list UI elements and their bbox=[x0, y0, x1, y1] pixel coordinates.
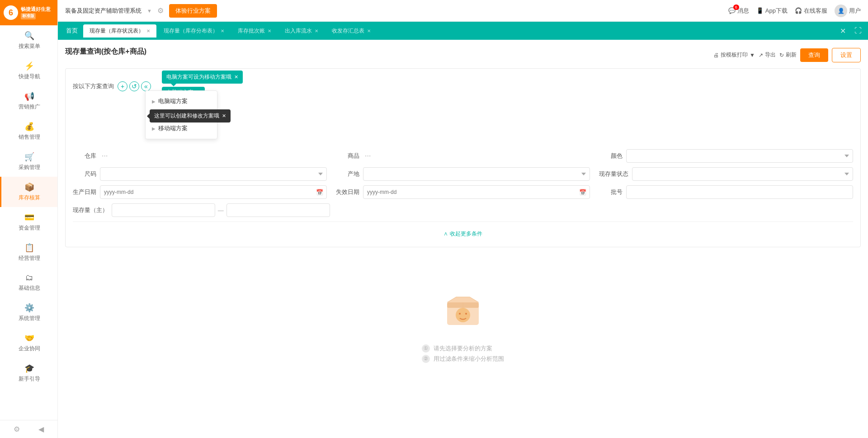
filter-row-3: 生产日期 📅 失效日期 📅 批号 bbox=[73, 185, 853, 199]
avatar: 👤 bbox=[835, 5, 847, 17]
sidebar-item-operation[interactable]: 📋 经营管理 bbox=[0, 237, 57, 268]
tab-close-inventory-distribution[interactable]: ✕ bbox=[221, 28, 224, 33]
refresh-scheme-button[interactable]: ↺ bbox=[129, 81, 139, 91]
scheme-edit-tooltip-close[interactable]: ✕ bbox=[222, 113, 226, 119]
expire-date-input[interactable] bbox=[363, 185, 590, 199]
sidebar-item-inventory[interactable]: 📦 库存核算 bbox=[0, 177, 57, 207]
industry-button[interactable]: 体验行业方案 bbox=[169, 4, 217, 18]
tab-close-all-icon[interactable]: ✕ bbox=[836, 24, 849, 37]
tab-inventory-status[interactable]: 现存量（库存状况表） ✕ bbox=[83, 24, 156, 38]
expire-date-label: 失效日期 bbox=[336, 188, 359, 196]
filter-field-color: 颜色 bbox=[599, 149, 853, 163]
back-scheme-button[interactable]: « bbox=[141, 81, 151, 91]
goods-label: 商品 bbox=[336, 152, 359, 160]
collapse-sidebar-icon[interactable]: ◀ bbox=[38, 425, 44, 433]
refresh-button[interactable]: ↻ 刷新 bbox=[779, 51, 797, 59]
sidebar-item-sales[interactable]: 💰 销售管理 bbox=[0, 116, 57, 146]
tree-arrow-pc: ▶ bbox=[152, 99, 156, 104]
tab-bar-right: ✕ ⛶ bbox=[836, 24, 864, 37]
prod-date-input[interactable] bbox=[100, 185, 327, 199]
filter-divider bbox=[73, 221, 853, 222]
tab-summary[interactable]: 收发存汇总表 ✕ bbox=[326, 24, 377, 38]
filter-field-goods: 商品 ··· bbox=[336, 152, 590, 160]
sidebar-item-base[interactable]: 🗂 基础信息 bbox=[0, 268, 57, 297]
finance-icon: 💳 bbox=[24, 212, 34, 222]
filter-row-4: 现存量（主） — bbox=[73, 203, 853, 217]
svg-point-4 bbox=[465, 313, 467, 315]
export-icon: ↗ bbox=[759, 52, 763, 58]
step-num-2: ② bbox=[422, 355, 430, 363]
origin-select[interactable] bbox=[363, 167, 590, 181]
reset-button[interactable]: 设置 bbox=[832, 48, 861, 62]
sidebar-item-quick[interactable]: ⚡ 快捷导航 bbox=[0, 56, 57, 86]
color-label: 颜色 bbox=[599, 152, 623, 160]
system-dropdown-icon[interactable]: ▼ bbox=[147, 8, 152, 14]
filter-row-2: 尺码 产地 现存量状态 bbox=[73, 167, 853, 181]
inventory-icon: 📦 bbox=[24, 182, 34, 192]
size-select[interactable] bbox=[100, 167, 327, 181]
stock-qty-min-input[interactable] bbox=[112, 203, 215, 217]
sidebar-bottom: ⚙ ◀ bbox=[0, 420, 57, 438]
tab-summary-label: 收发存汇总表 bbox=[332, 27, 364, 35]
warehouse-dots[interactable]: ··· bbox=[100, 152, 109, 160]
expire-date-wrap: 📅 bbox=[363, 185, 590, 199]
top-header-left: 装备及固定资产辅助管理系统 ▼ ⚙ 体验行业方案 bbox=[65, 4, 217, 18]
empty-step-1-text: 请先选择要分析的方案 bbox=[434, 343, 492, 353]
online-support-group[interactable]: 🎧 在线客服 bbox=[795, 7, 827, 15]
export-button[interactable]: ↗ 导出 bbox=[759, 51, 776, 59]
tab-inout-flow[interactable]: 出入库流水 ✕ bbox=[278, 24, 325, 38]
top-header: 装备及固定资产辅助管理系统 ▼ ⚙ 体验行业方案 💬 6 消息 📱 App下载 … bbox=[58, 0, 868, 22]
purchase-icon: 🛒 bbox=[24, 152, 34, 162]
sidebar-item-marketing[interactable]: 📢 营销推广 bbox=[0, 86, 57, 116]
empty-state: ① 请先选择要分析的方案 ② 用过滤条件来缩小分析范围 bbox=[65, 253, 861, 400]
filter-field-expire-date: 失效日期 📅 bbox=[336, 185, 590, 199]
tab-home[interactable]: 首页 bbox=[61, 24, 82, 38]
filter-label: 按以下方案查询 bbox=[73, 82, 114, 90]
app-download-group[interactable]: 📱 App下载 bbox=[756, 7, 788, 15]
sidebar-item-enterprise[interactable]: 🤝 企业协同 bbox=[0, 328, 57, 358]
empty-svg bbox=[440, 289, 486, 330]
search-icon: 🔍 bbox=[24, 31, 34, 41]
tab-close-inout-flow[interactable]: ✕ bbox=[315, 28, 318, 33]
logo-text: 畅捷通好生意 标准版 bbox=[21, 6, 51, 19]
goods-dots[interactable]: ··· bbox=[363, 152, 373, 160]
sales-icon: 💰 bbox=[24, 122, 34, 132]
header-settings-icon[interactable]: ⚙ bbox=[157, 6, 164, 15]
template-print-button[interactable]: 🖨 按模板打印 ▼ bbox=[713, 51, 755, 59]
stock-qty-max-input[interactable] bbox=[226, 203, 330, 217]
add-scheme-button[interactable]: + bbox=[118, 81, 127, 91]
query-button[interactable]: 查询 bbox=[800, 48, 828, 62]
sidebar-item-purchase[interactable]: 🛒 采购管理 bbox=[0, 146, 57, 177]
tab-close-summary[interactable]: ✕ bbox=[367, 28, 371, 33]
tab-inventory-batch[interactable]: 库存批次账 ✕ bbox=[231, 24, 278, 38]
messages-group[interactable]: 💬 6 消息 bbox=[728, 7, 749, 15]
tab-close-inventory-status[interactable]: ✕ bbox=[146, 28, 150, 33]
stock-status-label: 现存量状态 bbox=[599, 170, 628, 178]
collapse-bar[interactable]: ∧ 收起更多条件 bbox=[73, 226, 853, 241]
tab-inventory-distribution[interactable]: 现存量（库存分布表） ✕ bbox=[157, 24, 231, 38]
settings-bottom-icon[interactable]: ⚙ bbox=[14, 425, 20, 433]
header-actions: 🖨 按模板打印 ▼ ↗ 导出 ↻ 刷新 查询 设置 bbox=[713, 48, 861, 62]
tab-inventory-batch-label: 库存批次账 bbox=[238, 27, 265, 35]
stock-status-select[interactable] bbox=[632, 167, 853, 181]
sidebar-item-finance[interactable]: 💳 资金管理 bbox=[0, 207, 57, 237]
size-label: 尺码 bbox=[73, 170, 96, 178]
batch-input[interactable] bbox=[626, 185, 853, 199]
sidebar-item-search[interactable]: 🔍 搜索菜单 bbox=[0, 25, 57, 56]
scheme-tooltip: 电脑方案可设为移动方案哦 ✕ bbox=[162, 71, 243, 84]
empty-icon bbox=[440, 289, 486, 334]
empty-step-2-text: 用过滤条件来缩小分析范围 bbox=[434, 353, 504, 364]
base-icon: 🗂 bbox=[25, 273, 33, 283]
tab-inventory-status-label: 现存量（库存状况表） bbox=[90, 27, 144, 35]
color-select[interactable] bbox=[626, 149, 853, 163]
scheme-tree-item-pc[interactable]: ▶ 电脑端方案 bbox=[146, 94, 217, 108]
sidebar-item-guide[interactable]: 🎓 新手引导 bbox=[0, 358, 57, 388]
tab-maximize-icon[interactable]: ⛶ bbox=[852, 24, 864, 37]
scheme-tree-item-mobile[interactable]: ▶ 移动端方案 bbox=[146, 122, 217, 135]
sidebar-item-system[interactable]: ⚙️ 系统管理 bbox=[0, 297, 57, 328]
filter-row-1: 仓库 ··· 商品 ··· 颜色 bbox=[73, 149, 853, 163]
tab-close-inventory-batch[interactable]: ✕ bbox=[268, 28, 271, 33]
tab-inout-flow-label: 出入库流水 bbox=[285, 27, 312, 35]
user-group[interactable]: 👤 用户 bbox=[835, 5, 861, 17]
scheme-tooltip-close[interactable]: ✕ bbox=[234, 74, 238, 80]
